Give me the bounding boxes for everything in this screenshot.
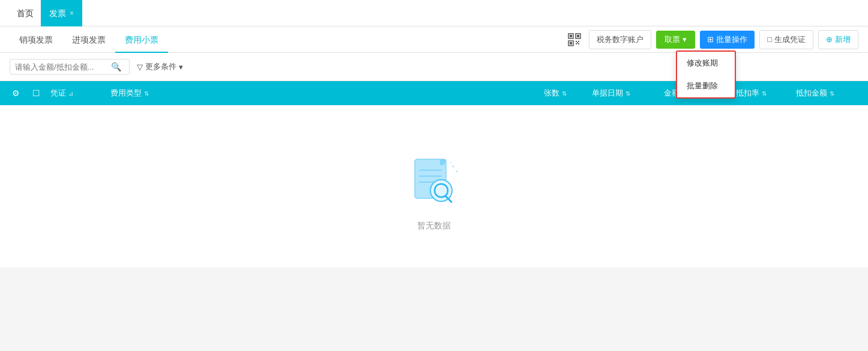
th-expense-type-sort-icon[interactable]: ⇅ (144, 90, 149, 97)
svg-rect-9 (578, 43, 579, 44)
qr-icon (568, 33, 581, 46)
th-deduct-amount-label: 抵扣金额 (796, 88, 827, 99)
svg-point-18 (452, 165, 454, 168)
get-invoice-dropdown-icon: ▾ (683, 35, 687, 44)
th-settings[interactable]: ⚙ (5, 88, 26, 98)
svg-rect-1 (570, 35, 572, 37)
th-count: 张数 ⇅ (539, 88, 587, 99)
th-date: 单据日期 ⇅ (587, 88, 659, 99)
more-filters-dropdown-icon: ▾ (179, 63, 183, 72)
toolbar: 税务数字账户 取票 ▾ ⊞ 批量操作 □ 生成凭证 ⊕ 新增 (565, 30, 858, 49)
invoice-tab-close[interactable]: × (70, 0, 74, 26)
get-invoice-label: 取票 (665, 34, 680, 45)
invoice-tab-label: 发票 (49, 0, 66, 26)
svg-rect-7 (578, 41, 579, 42)
more-filters-label: 更多条件 (145, 61, 176, 72)
search-input-wrap[interactable]: 🔍 (10, 59, 130, 75)
th-expense-type: 费用类型 ⇅ (106, 88, 539, 99)
th-date-label: 单据日期 (592, 88, 623, 99)
th-deduct-amount-sort-icon[interactable]: ⇅ (830, 90, 834, 97)
th-checkbox[interactable]: ☐ (26, 88, 46, 98)
th-deduct-rate-sort-icon[interactable]: ⇅ (762, 90, 767, 97)
tab-purchase-invoice[interactable]: 进项发票 (62, 26, 115, 53)
batch-delete-item[interactable]: 批量删除 (677, 75, 735, 97)
qr-button[interactable] (565, 30, 584, 49)
batch-op-label: 批量操作 (716, 34, 747, 45)
batch-op-button[interactable]: ⊞ 批量操作 (700, 31, 755, 49)
top-nav: 首页 发票 × (0, 0, 868, 26)
svg-rect-8 (576, 43, 577, 44)
filter-bar: 🔍 ▽ 更多条件 ▾ (0, 53, 868, 81)
tax-digital-button[interactable]: 税务数字账户 (589, 30, 651, 49)
sub-nav: 销项发票 进项发票 费用小票 税务数字账户 取票 ▾ (0, 26, 868, 53)
th-deduct-amount: 抵扣金额 ⇅ (791, 88, 863, 99)
svg-point-20 (450, 162, 452, 163)
modify-period-item[interactable]: 修改账期 (677, 52, 735, 75)
search-input[interactable] (15, 63, 111, 72)
empty-state: 暂无数据 (0, 105, 868, 267)
table-wrapper: ⚙ ☐ 凭证 ⊿ 费用类型 ⇅ 张数 ⇅ 单据日期 ⇅ 金额 ⇅ 抵扣率 ⇅ (0, 81, 868, 267)
generate-voucher-button[interactable]: □ 生成凭证 (759, 30, 813, 49)
svg-rect-10 (577, 42, 578, 43)
invoice-tab[interactable]: 发票 × (41, 0, 82, 26)
empty-text: 暂无数据 (417, 221, 451, 231)
svg-rect-6 (576, 41, 577, 42)
svg-point-19 (456, 171, 458, 172)
th-deduct-rate-label: 抵扣率 (736, 88, 759, 99)
generate-voucher-icon: □ (767, 35, 772, 44)
home-tab[interactable]: 首页 (10, 0, 41, 26)
svg-rect-5 (570, 42, 572, 44)
th-count-sort-icon[interactable]: ⇅ (562, 90, 567, 97)
batch-op-dropdown: 修改账期 批量删除 (676, 50, 736, 99)
more-filters-button[interactable]: ▽ 更多条件 ▾ (137, 61, 183, 72)
checkbox-icon: ☐ (32, 88, 40, 98)
th-voucher-filter-icon[interactable]: ⊿ (68, 90, 73, 97)
add-label: 新增 (835, 34, 851, 45)
get-invoice-button[interactable]: 取票 ▾ (656, 31, 695, 49)
th-voucher: 凭证 ⊿ (46, 88, 106, 99)
sub-nav-tabs: 销项发票 进项发票 费用小票 (10, 26, 168, 53)
th-expense-type-label: 费用类型 (110, 88, 142, 99)
add-icon: ⊕ (826, 35, 833, 44)
generate-voucher-label: 生成凭证 (774, 34, 806, 45)
search-icon[interactable]: 🔍 (111, 62, 121, 72)
tab-sales-invoice[interactable]: 销项发票 (10, 26, 62, 53)
th-deduct-rate: 抵扣率 ⇅ (731, 88, 791, 99)
th-voucher-label: 凭证 (50, 88, 66, 99)
batch-op-icon: ⊞ (707, 35, 714, 44)
th-count-label: 张数 (544, 88, 559, 99)
add-button[interactable]: ⊕ 新增 (818, 30, 858, 49)
th-date-sort-icon[interactable]: ⇅ (625, 90, 630, 97)
table-header: ⚙ ☐ 凭证 ⊿ 费用类型 ⇅ 张数 ⇅ 单据日期 ⇅ 金额 ⇅ 抵扣率 ⇅ (0, 81, 868, 105)
tab-expense-ticket[interactable]: 费用小票 (115, 26, 168, 53)
settings-icon: ⚙ (12, 88, 20, 98)
filter-icon: ▽ (137, 63, 143, 72)
empty-icon (404, 153, 464, 213)
svg-rect-3 (577, 35, 579, 37)
